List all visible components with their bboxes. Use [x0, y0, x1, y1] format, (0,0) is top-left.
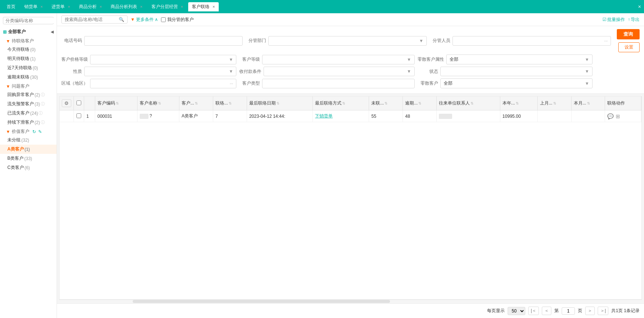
row-action-chat[interactable]: 💬	[607, 113, 613, 119]
sidebar-item-warning[interactable]: 流失预警客户 (3) ⓘ	[0, 99, 57, 109]
sidebar-item-lost[interactable]: 已流失客户 (24) ⓘ	[0, 109, 57, 118]
nav-goods-analysis[interactable]: 商品分析 ×	[75, 2, 105, 11]
row-last-date: 2023-04-12 14:44:	[249, 114, 285, 119]
filter-search-input[interactable]	[65, 17, 119, 22]
sidebar-item-tomorrow[interactable]: 明天待联络 (1)	[0, 54, 57, 63]
sidebar-item-a-class[interactable]: A类客户 (1)	[0, 145, 57, 154]
col-category-sort[interactable]: ⇅	[195, 101, 198, 105]
col-code-label: 客户编码	[97, 100, 115, 106]
filter-search-box[interactable]: 🔍	[61, 15, 128, 24]
my-customers-check[interactable]	[161, 17, 166, 22]
sidebar-item-overdue[interactable]: 逾期未联络 (30)	[0, 73, 57, 82]
nav-goods-analysis-close[interactable]: ×	[100, 4, 102, 9]
row-this-month-cell	[571, 110, 605, 122]
col-uncontacted-sort[interactable]: ⇅	[384, 101, 387, 105]
col-this-month-sort[interactable]: ⇅	[587, 101, 590, 105]
sidebar-item-declining[interactable]: 持续下滑客户 (2) ⓘ	[0, 118, 57, 127]
adv-payment-select[interactable]: ▼	[264, 67, 414, 76]
nav-customer-contact[interactable]: 客户联络 ×	[188, 2, 218, 11]
page-input[interactable]	[562, 307, 575, 315]
edit-icon[interactable]: ✎	[38, 129, 42, 134]
filter-search-icon: 🔍	[119, 17, 124, 22]
col-last-month-sort[interactable]: ⇅	[553, 101, 556, 105]
filter-more-btn[interactable]: ▼ 更多条件 ∧	[130, 17, 158, 23]
sidebar-item-today[interactable]: 今天待联络 (0)	[0, 45, 57, 54]
horizontal-scrollbar[interactable]	[133, 300, 390, 303]
adv-payment-field: 收付款条件 ▼	[239, 67, 414, 76]
col-name-sort[interactable]: ⇅	[158, 101, 161, 105]
row-index-cell: 1	[84, 110, 95, 122]
prev-page-btn[interactable]: ＜	[542, 307, 551, 315]
adv-nature-select[interactable]: ▼	[84, 67, 236, 76]
adv-person-select[interactable]: ···	[452, 36, 611, 46]
adv-dept-select[interactable]: ▼	[268, 36, 427, 46]
adv-retail-cust-select[interactable]: 全部▼	[440, 78, 593, 88]
sidebar-item-b-class[interactable]: B类客户 (33)	[0, 154, 57, 163]
adv-phone-input[interactable]	[84, 36, 243, 46]
filter-icon: ▼	[130, 17, 135, 22]
row-name: ?	[150, 113, 152, 119]
nav-purchase-close[interactable]: ×	[68, 4, 70, 9]
nav-customer-segment[interactable]: 客户分层经营 ×	[148, 2, 187, 11]
adv-region-select[interactable]: ···	[90, 79, 236, 88]
nav-customer-segment-close[interactable]: ×	[181, 4, 183, 9]
nav-goods-list-close[interactable]: ×	[140, 4, 142, 9]
all-customers-label: 全部客户	[8, 29, 26, 35]
lost-label: 已流失客户	[7, 110, 29, 116]
ungroup-label: 未分组	[7, 137, 21, 143]
filter-bar: 🔍 ▼ 更多条件 ∧ 我分管的客户 ☑ 批量操作 ↑ 导出	[57, 13, 644, 26]
row-checkbox[interactable]	[76, 113, 81, 118]
batch-op-label: 批量操作	[607, 17, 625, 23]
main-layout: 🔍 ⊞ 全部客户 ◀ ▼ 待联络客户 今天待联络 (0) 明天待联络 (1) 近…	[0, 13, 644, 318]
row-last-method[interactable]: 下销货单	[315, 113, 333, 119]
a-class-label: A类客户	[7, 146, 24, 152]
row-this-year: 10995.00	[502, 114, 521, 119]
sidebar-search-input[interactable]	[6, 18, 57, 23]
col-unit-contacts-sort[interactable]: ⇅	[471, 101, 473, 105]
refresh-icon[interactable]: ↻	[32, 129, 36, 134]
col-last-method-sort[interactable]: ⇅	[342, 101, 345, 105]
next-page-btn[interactable]: ＞	[585, 307, 595, 315]
nav-sales-close[interactable]: ×	[40, 4, 43, 9]
adv-retail-attr-select[interactable]: 全部▼	[446, 54, 593, 64]
select-all-checkbox[interactable]	[76, 100, 81, 105]
adv-status-select[interactable]: ▼	[440, 67, 593, 76]
sidebar-item-c-class[interactable]: C类客户 (6)	[0, 163, 57, 172]
nav-sales[interactable]: 销货单 ×	[21, 2, 46, 11]
adv-price-level-label: 客户价格等级	[61, 56, 88, 63]
first-page-btn[interactable]: |＜	[528, 307, 539, 315]
customer-table: ⚙ 客户编码 ⇅	[60, 96, 641, 122]
nav-home[interactable]: 首页	[3, 2, 19, 11]
col-overdue-sort[interactable]: ⇅	[418, 101, 421, 105]
nav-customer-contact-close[interactable]: ×	[212, 4, 215, 9]
col-code-sort[interactable]: ⇅	[116, 101, 119, 105]
col-this-year-sort[interactable]: ⇅	[516, 101, 519, 105]
sidebar-all-customers[interactable]: ⊞ 全部客户 ◀	[0, 27, 57, 36]
sidebar-item-abnormal[interactable]: 回购异常客户 (2) ⓘ	[0, 90, 57, 99]
col-this-year-label: 本年...	[502, 100, 515, 106]
batch-op-btn[interactable]: ☑ 批量操作	[602, 17, 625, 23]
nav-purchase[interactable]: 进货单 ×	[48, 2, 74, 11]
set-btn[interactable]: 设置	[618, 42, 640, 52]
last-page-btn[interactable]: ＞|	[598, 307, 608, 315]
close-all-tabs[interactable]: ×	[638, 4, 641, 10]
tomorrow-label: 明天待联络	[7, 56, 29, 62]
col-contact-sort[interactable]: ⇅	[229, 101, 232, 105]
sidebar-search-box[interactable]: 🔍	[3, 17, 54, 24]
query-btn[interactable]: 查询	[617, 29, 640, 39]
col-settings-btn[interactable]: ⚙	[62, 99, 71, 107]
sidebar-collapse-icon[interactable]: ◀	[51, 30, 54, 34]
my-customers-checkbox[interactable]: 我分管的客户	[161, 17, 194, 23]
per-page-select[interactable]: 50	[508, 307, 525, 315]
adv-cust-level-select[interactable]: ▼	[262, 55, 414, 64]
adv-price-level-select[interactable]: ▼	[90, 55, 236, 64]
adv-cust-type-input[interactable]	[262, 79, 414, 88]
sidebar-item-ungroup[interactable]: 未分组 (32)	[0, 135, 57, 145]
col-overdue-label: 逾期...	[405, 100, 418, 106]
export-icon: ↑	[628, 17, 630, 22]
sidebar-item-week[interactable]: 近7天待联络 (0)	[0, 63, 57, 73]
nav-goods-list[interactable]: 商品分析列表 ×	[107, 2, 146, 11]
col-last-date-sort[interactable]: ⇅	[276, 101, 279, 105]
export-btn[interactable]: ↑ 导出	[628, 17, 640, 23]
row-action-more[interactable]: ⊞	[616, 113, 620, 119]
